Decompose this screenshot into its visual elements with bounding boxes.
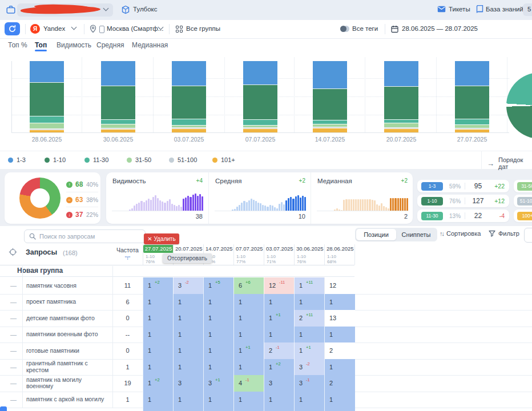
queries-column-label[interactable]: Запросы <box>26 248 57 256</box>
table-settings-button-partial[interactable] <box>524 228 532 243</box>
tab-Медианная[interactable]: Медианная <box>132 41 168 49</box>
position-cell[interactable]: 1+5 <box>203 277 234 294</box>
column-date[interactable]: 07.07.2025 <box>236 245 263 252</box>
position-cell[interactable]: 1 <box>203 327 234 343</box>
query-name[interactable]: гранитный памятник с крестом <box>23 359 112 376</box>
table-row[interactable]: —памятник с аркой на могилу11111111 <box>0 392 532 409</box>
tab-Топ[interactable]: Топ <box>35 41 47 49</box>
position-cell[interactable]: 3 <box>173 375 204 392</box>
bucket-row-31-50[interactable]: 31-50 <box>514 180 532 192</box>
date-column-header[interactable]: 30.06.20251-1076% <box>294 244 325 265</box>
query-name[interactable]: памятник часовня <box>23 277 112 294</box>
chart-bar-07.07.2025[interactable] <box>243 61 277 132</box>
position-cell[interactable]: 1 <box>143 359 174 376</box>
search-input[interactable]: Поиск по запросам <box>24 229 146 243</box>
chat-widget-partial[interactable] <box>0 406 7 411</box>
tickets-label[interactable]: Тикеты <box>449 6 470 13</box>
position-cell[interactable]: 1 <box>173 310 204 327</box>
position-cell[interactable]: 1 <box>233 359 264 376</box>
sort-button[interactable]: ↑↓ Сортировка <box>440 230 481 237</box>
chevron-down-icon[interactable] <box>71 25 77 30</box>
position-cell[interactable]: 13 <box>324 310 355 327</box>
position-cell[interactable]: 1 <box>143 310 174 327</box>
knowledge-base-label[interactable]: База знаний <box>486 6 523 13</box>
position-cell[interactable]: 1 <box>233 392 264 408</box>
tab-snippets[interactable]: Сниппеты <box>396 229 436 240</box>
position-cell[interactable]: 3 <box>264 375 295 392</box>
query-name[interactable]: детские памятники фото <box>23 310 112 327</box>
row-select-dash[interactable]: — <box>5 299 22 305</box>
trial-pill-partial[interactable]: 5 <box>523 3 532 16</box>
chart-bar-14.07.2025[interactable] <box>313 61 347 132</box>
date-order-link[interactable]: → Порядок дат <box>487 156 532 170</box>
position-cell[interactable]: 1 <box>324 392 355 408</box>
position-cell[interactable]: 1 <box>143 342 174 359</box>
position-cell[interactable]: 6+6 <box>233 277 264 294</box>
position-cell[interactable]: 1 <box>203 392 234 408</box>
position-cell[interactable]: 1 <box>324 359 355 376</box>
position-cell[interactable] <box>324 408 355 411</box>
position-cell[interactable]: 1 <box>324 327 355 343</box>
position-cell[interactable]: 2 <box>324 375 355 392</box>
query-name[interactable]: памятник на могилу военному <box>23 375 112 392</box>
chart-bar-27.07.2025[interactable] <box>455 61 489 132</box>
position-cell[interactable] <box>203 408 234 411</box>
spark-section-Средняя[interactable]: Средняя+210 <box>208 172 311 224</box>
position-cell[interactable] <box>294 408 325 411</box>
position-cell[interactable]: 1 <box>143 327 174 343</box>
position-cell[interactable] <box>264 408 295 411</box>
column-date[interactable]: 03.07.2025 <box>266 245 293 252</box>
table-row[interactable] <box>0 408 532 411</box>
tab-positions[interactable]: Позиции <box>356 229 396 240</box>
group-header-row[interactable]: Новая группа <box>0 265 354 277</box>
column-date-highlighted[interactable]: 27.07.2025 <box>143 245 174 253</box>
position-cell[interactable]: 1 <box>203 294 234 311</box>
position-cell[interactable]: 1 <box>233 294 264 311</box>
table-row[interactable]: —проект памятника61111111 <box>0 294 532 311</box>
refresh-button[interactable] <box>5 22 20 35</box>
date-column-header[interactable]: 03.07.20251-1071% <box>264 244 295 265</box>
legend-item-51-100[interactable]: 51-100 <box>169 156 197 163</box>
chart-bar-30.06.2025[interactable] <box>101 61 135 132</box>
tab-Видимость[interactable]: Видимость <box>57 41 91 49</box>
position-cell[interactable]: 1 <box>203 310 234 327</box>
table-row[interactable]: —гранитный памятник с крестом111111+23-2… <box>0 359 532 376</box>
region-label[interactable]: Москва (Смартф... <box>107 25 163 32</box>
position-cell[interactable] <box>233 408 264 411</box>
position-cell[interactable]: 1+1 <box>294 342 325 359</box>
position-cell[interactable]: 1 <box>173 294 204 311</box>
position-cell[interactable]: 12 <box>324 277 355 294</box>
position-cell[interactable]: 2-1 <box>264 342 295 359</box>
column-date[interactable]: 30.06.2025 <box>296 245 324 252</box>
legend-item-101+[interactable]: 101+ <box>212 156 235 163</box>
table-row[interactable]: —памятники военным фото--1111111 <box>0 327 532 344</box>
position-cell[interactable] <box>173 408 204 411</box>
legend-item-11-30[interactable]: 11-30 <box>84 156 108 163</box>
position-cell[interactable]: 3-2 <box>294 359 325 376</box>
table-row[interactable]: —памятник часовня111+23-21+56+612-111+11… <box>0 277 532 295</box>
row-select-dash[interactable]: — <box>5 380 22 386</box>
spark-section-Медианная[interactable]: Медианная+22 <box>311 172 413 224</box>
position-cell[interactable]: 1+2 <box>143 277 174 294</box>
filter-button[interactable]: Фильтр <box>489 230 519 237</box>
legend-item-1-10[interactable]: 1-10 <box>45 156 66 163</box>
position-cell[interactable]: 1 <box>143 294 174 311</box>
row-select-dash[interactable]: — <box>5 282 22 289</box>
position-cell[interactable]: 1 <box>264 294 295 311</box>
position-cell[interactable]: 1 <box>173 359 204 376</box>
row-select-dash[interactable]: — <box>5 364 22 370</box>
position-cell[interactable]: 1+2 <box>264 359 295 376</box>
position-cell[interactable]: 1 <box>143 392 174 408</box>
bucket-row-1-10[interactable]: 1-1076%127+12 <box>417 195 509 207</box>
position-cell[interactable]: 1 <box>264 392 295 408</box>
tab-Топ %[interactable]: Топ % <box>8 41 27 49</box>
table-row[interactable]: —памятник на могилу военному191+233+14-1… <box>0 375 532 392</box>
position-cell[interactable]: 1+2 <box>143 375 174 392</box>
position-cell[interactable]: 1 <box>203 342 234 359</box>
legend-item-1-3[interactable]: 1-3 <box>8 156 26 163</box>
date-range-label[interactable]: 28.06.2025 — 28.07.2025 <box>402 25 478 32</box>
position-cell[interactable]: 1 <box>233 327 264 343</box>
position-cell[interactable]: 1 <box>264 327 295 343</box>
chart-bar-20.07.2025[interactable] <box>384 61 418 132</box>
tab-Средняя[interactable]: Средняя <box>96 41 124 49</box>
